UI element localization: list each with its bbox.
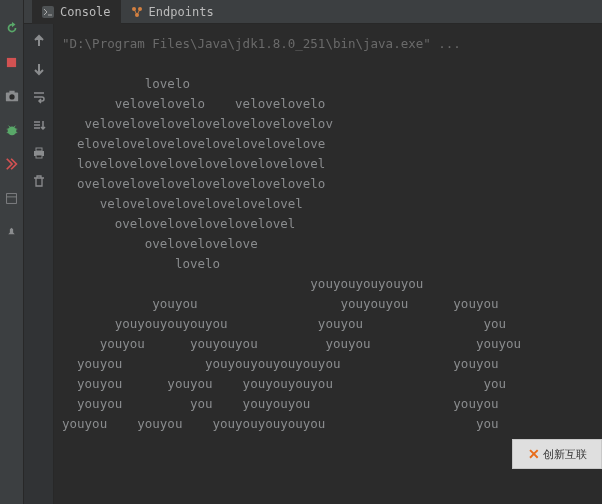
svg-rect-18	[36, 148, 42, 151]
svg-line-8	[13, 126, 15, 128]
scroll-to-end-icon[interactable]	[32, 118, 46, 132]
clear-icon[interactable]	[32, 174, 46, 188]
console-body: "D:\Program Files\Java\jdk1.8.0_251\bin\…	[24, 24, 602, 504]
output-line: youyouyouyouyou	[62, 276, 423, 291]
camera-icon[interactable]	[4, 88, 20, 104]
svg-rect-2	[9, 91, 14, 94]
svg-point-4	[7, 127, 16, 136]
rerun-icon[interactable]	[4, 20, 20, 36]
output-line: youyou you youyouyou youyou	[62, 396, 499, 411]
output-line: velovelovelovelovelovelovel	[62, 196, 303, 211]
tab-endpoints-label: Endpoints	[149, 5, 214, 19]
svg-rect-11	[42, 6, 54, 18]
tab-endpoints[interactable]: Endpoints	[121, 0, 224, 24]
output-line: lovelo	[62, 256, 220, 271]
svg-rect-0	[7, 57, 16, 66]
left-sidebar	[0, 0, 24, 504]
command-line: "D:\Program Files\Java\jdk1.8.0_251\bin\…	[62, 36, 461, 51]
layout-icon[interactable]	[4, 190, 20, 206]
bug-icon[interactable]	[4, 122, 20, 138]
output-line: youyou youyou youyouyouyouyou you	[62, 416, 499, 431]
console-output[interactable]: "D:\Program Files\Java\jdk1.8.0_251\bin\…	[54, 24, 602, 504]
scroll-down-icon[interactable]	[32, 62, 46, 76]
pin-icon[interactable]	[4, 224, 20, 240]
svg-point-3	[9, 94, 14, 99]
output-line: velovelovelo velovelovelo	[62, 96, 325, 111]
soft-wrap-icon[interactable]	[32, 90, 46, 104]
endpoints-icon	[131, 6, 143, 18]
console-toolbar: Console Endpoints	[24, 0, 602, 24]
output-line: elovelovelovelovelovelovelovelove	[62, 136, 325, 151]
svg-rect-19	[36, 155, 42, 158]
console-icon	[42, 6, 54, 18]
svg-rect-9	[7, 193, 17, 203]
print-icon[interactable]	[32, 146, 46, 160]
output-line: ovelovelovelove	[62, 236, 258, 251]
console-gutter	[24, 24, 54, 504]
output-line: lovelovelovelovelovelovelovelovel	[62, 156, 325, 171]
watermark-logo: ✕	[528, 446, 540, 462]
main-area: Console Endpoints	[24, 0, 602, 504]
output-line: ovelovelovelovelovelovel	[62, 216, 295, 231]
output-line: youyou youyou youyouyouyou you	[62, 376, 506, 391]
scroll-up-icon[interactable]	[32, 34, 46, 48]
output-line: youyou youyouyouyouyouyou youyou	[62, 356, 499, 371]
watermark-badge: ✕ 创新互联	[512, 439, 602, 469]
tab-console[interactable]: Console	[32, 0, 121, 24]
output-line: velovelovelovelovelovelovelovelov	[62, 116, 333, 131]
output-line: youyou youyouyou youyou	[62, 296, 499, 311]
stop-icon[interactable]	[4, 54, 20, 70]
exit-icon[interactable]	[4, 156, 20, 172]
watermark-text: 创新互联	[543, 447, 587, 462]
svg-line-7	[8, 126, 10, 128]
output-line: lovelo	[62, 76, 190, 91]
tab-console-label: Console	[60, 5, 111, 19]
output-line: youyou youyouyou youyou youyou	[62, 336, 521, 351]
output-line: youyouyouyouyou youyou you	[62, 316, 506, 331]
output-line: ovelovelovelovelovelovelovelovelo	[62, 176, 325, 191]
